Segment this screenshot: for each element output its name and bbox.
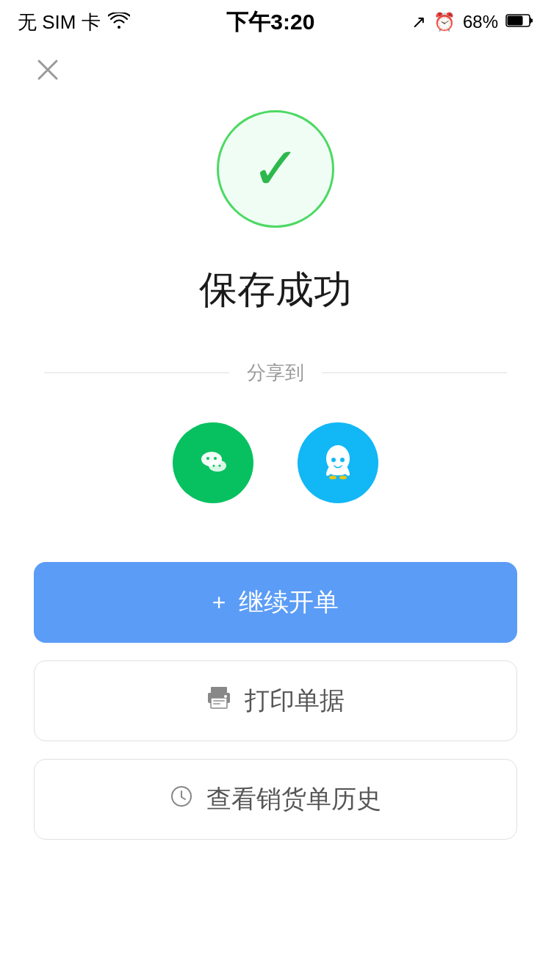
- svg-point-11: [331, 458, 336, 462]
- svg-rect-18: [213, 700, 225, 702]
- svg-point-10: [219, 465, 221, 467]
- print-button[interactable]: 打印单据: [34, 660, 517, 741]
- history-label: 查看销货单历史: [206, 782, 381, 816]
- close-button[interactable]: [29, 51, 66, 88]
- plus-icon: +: [212, 589, 226, 616]
- continue-order-button[interactable]: + 继续开单: [34, 562, 517, 643]
- share-wechat-button[interactable]: [173, 422, 253, 503]
- divider-line-left: [44, 372, 229, 373]
- actions-container: + 继续开单 打印单据: [0, 562, 551, 840]
- main-content: ✓ 保存成功 分享到: [0, 44, 551, 840]
- battery-percentage: 68%: [463, 12, 498, 32]
- svg-rect-1: [507, 16, 522, 26]
- location-icon: ↗: [411, 12, 426, 32]
- history-button[interactable]: 查看销货单历史: [34, 759, 517, 840]
- svg-point-7: [206, 457, 209, 460]
- battery-icon: [505, 12, 533, 32]
- wifi-icon: [108, 11, 130, 34]
- svg-rect-15: [211, 687, 227, 693]
- svg-point-14: [339, 476, 347, 480]
- share-row: [173, 422, 378, 503]
- svg-rect-19: [213, 703, 220, 705]
- share-divider: 分享到: [0, 360, 551, 386]
- svg-point-8: [214, 457, 217, 460]
- status-right: ↗ ⏰ 68%: [411, 12, 533, 32]
- status-bar: 无 SIM 卡 下午3:20 ↗ ⏰ 68%: [0, 0, 551, 44]
- svg-point-20: [224, 695, 227, 698]
- divider-line-right: [322, 372, 507, 373]
- svg-point-9: [213, 465, 215, 467]
- svg-point-6: [209, 460, 226, 472]
- status-time: 下午3:20: [226, 7, 314, 37]
- status-left: 无 SIM 卡: [18, 10, 130, 35]
- sim-text: 无 SIM 卡: [18, 10, 101, 35]
- success-circle: ✓: [217, 110, 334, 228]
- svg-point-13: [329, 476, 336, 480]
- svg-point-12: [340, 458, 345, 462]
- success-title: 保存成功: [199, 264, 352, 316]
- share-label: 分享到: [229, 360, 322, 386]
- share-qq-button[interactable]: [298, 422, 378, 503]
- alarm-icon: ⏰: [433, 12, 455, 32]
- clock-icon: [170, 785, 193, 814]
- continue-order-label: 继续开单: [239, 586, 339, 619]
- print-icon: [206, 687, 231, 715]
- print-label: 打印单据: [245, 684, 345, 718]
- checkmark-icon: ✓: [251, 140, 300, 198]
